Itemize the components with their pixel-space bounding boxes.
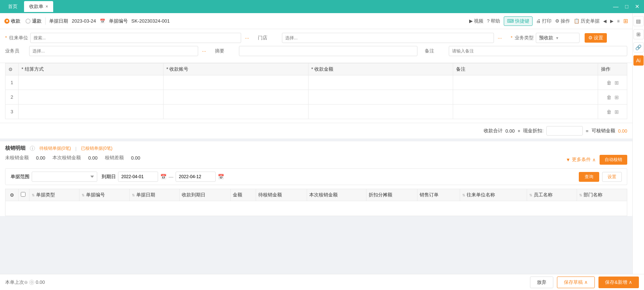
row2-settlement[interactable] bbox=[19, 90, 164, 105]
operation-btn[interactable]: ⚙ 操作 bbox=[555, 18, 570, 24]
staff-more-icon[interactable]: ··· bbox=[200, 48, 208, 54]
row2-note-input[interactable] bbox=[453, 90, 598, 104]
more-conditions-btn[interactable]: ▼ 更多条件 ∧ bbox=[566, 156, 596, 163]
discard-button[interactable]: 放弃 bbox=[530, 277, 553, 288]
row3-note[interactable] bbox=[453, 105, 598, 119]
sidebar-ai-icon[interactable]: Ai bbox=[633, 55, 644, 66]
help-btn[interactable]: ? 帮助 bbox=[487, 18, 500, 24]
footer-info: 本单上次⊙ ⊙ 0.00 bbox=[5, 279, 45, 286]
btm-col-gear[interactable]: ⚙ bbox=[5, 189, 19, 201]
gear-icon[interactable]: ⚙ bbox=[8, 67, 13, 72]
print-label: 打印 bbox=[542, 18, 551, 24]
main-content: 收款 退款 单据日期 2023-03-24 📅 单据编号 SK-20230324… bbox=[0, 13, 632, 274]
query-button[interactable]: 查询 bbox=[579, 172, 599, 182]
row1-settlement-input[interactable] bbox=[19, 75, 163, 90]
history-btn[interactable]: 📋 历史单据 bbox=[574, 18, 600, 24]
toolbar: 收款 退款 单据日期 2023-03-24 📅 单据编号 SK-20230324… bbox=[0, 13, 632, 29]
btm-empty-row bbox=[5, 201, 627, 216]
row3-amount-input[interactable] bbox=[309, 105, 453, 119]
row1-delete-icon[interactable]: 🗑 bbox=[606, 80, 612, 86]
radio-receive[interactable]: 收款 bbox=[4, 18, 20, 24]
due-date-from-input[interactable] bbox=[118, 172, 158, 182]
row3-action: 🗑 ⊞ bbox=[598, 105, 627, 119]
settings-button[interactable]: ⚙ 设置 bbox=[585, 33, 607, 43]
row1-action-icons: 🗑 ⊞ bbox=[598, 80, 627, 86]
list-view-icon[interactable]: ≡ bbox=[617, 19, 620, 24]
row1-copy-icon[interactable]: ⊞ bbox=[614, 80, 619, 86]
row1-account[interactable] bbox=[163, 75, 308, 90]
save-new-button[interactable]: 保存&新增 ∧ bbox=[598, 277, 639, 288]
nav-next[interactable]: ▶ bbox=[610, 19, 613, 24]
row3-settlement-input[interactable] bbox=[19, 105, 163, 119]
sidebar-grid-icon[interactable]: ⊞ bbox=[633, 29, 644, 39]
row3-copy-icon[interactable]: ⊞ bbox=[614, 109, 619, 115]
grid-view-icon[interactable]: ⊞ bbox=[623, 17, 628, 24]
stat1-label: 未核销金额 bbox=[5, 154, 29, 161]
row2-delete-icon[interactable]: 🗑 bbox=[606, 94, 612, 100]
row3-settlement[interactable] bbox=[19, 105, 164, 119]
tab-home[interactable]: 首页 bbox=[3, 1, 23, 12]
tab-active[interactable]: 收款单 × bbox=[24, 1, 53, 12]
store-input[interactable] bbox=[282, 33, 494, 43]
window-maximize-button[interactable]: □ bbox=[624, 3, 630, 10]
partner-more-icon[interactable]: ··· bbox=[243, 35, 251, 41]
row2-note[interactable] bbox=[453, 90, 598, 105]
shortcut-btn[interactable]: ⌨ 快捷键 bbox=[504, 16, 533, 26]
range-select[interactable] bbox=[32, 172, 97, 182]
row3-amount[interactable] bbox=[308, 105, 453, 119]
btm-col-type: ⇅ 单据类型 bbox=[30, 189, 79, 201]
history-icon: 📋 bbox=[574, 18, 580, 24]
row2-copy-icon[interactable]: ⊞ bbox=[614, 94, 619, 100]
store-more-icon[interactable]: ··· bbox=[496, 35, 503, 41]
print-btn[interactable]: 🖨 打印 bbox=[536, 18, 551, 24]
col-gear-header[interactable]: ⚙ bbox=[5, 63, 19, 75]
partner-input[interactable] bbox=[30, 33, 242, 43]
radio-refund[interactable]: 退款 bbox=[25, 18, 42, 24]
row3-note-input[interactable] bbox=[453, 105, 598, 119]
row3-delete-icon[interactable]: 🗑 bbox=[606, 109, 612, 115]
select-all-checkbox[interactable] bbox=[21, 192, 25, 197]
date-to-calendar-icon[interactable]: 📅 bbox=[218, 174, 224, 180]
row1-note-input[interactable] bbox=[453, 75, 598, 90]
row1-amount-input[interactable] bbox=[309, 75, 453, 90]
row2-settlement-input[interactable] bbox=[19, 90, 163, 104]
staff-input[interactable] bbox=[29, 46, 198, 56]
query-dash: — bbox=[169, 174, 173, 180]
date-picker-icon[interactable]: 📅 bbox=[100, 19, 105, 24]
biz-type-select[interactable]: 预收款 ▼ bbox=[536, 33, 580, 43]
calc-discount-input[interactable] bbox=[546, 126, 583, 136]
row2-account[interactable] bbox=[163, 90, 308, 105]
row1-account-input[interactable] bbox=[164, 75, 308, 90]
btm-col-staff: ⇅ 员工名称 bbox=[527, 189, 577, 201]
row1-settlement[interactable] bbox=[19, 75, 164, 90]
btm-col-checkbox[interactable] bbox=[19, 189, 30, 201]
sidebar-link-icon[interactable]: 🔗 bbox=[633, 42, 644, 52]
nav-prev[interactable]: ◀ bbox=[603, 19, 606, 24]
row1-amount[interactable] bbox=[308, 75, 453, 90]
row3-account-input[interactable] bbox=[164, 105, 308, 119]
note-input[interactable] bbox=[449, 46, 627, 56]
row2-account-input[interactable] bbox=[164, 90, 308, 104]
window-close-button[interactable]: ✕ bbox=[633, 3, 641, 10]
query-setting-button[interactable]: 设置 bbox=[602, 172, 622, 182]
row2-amount-input[interactable] bbox=[309, 90, 453, 104]
window-minimize-button[interactable]: — bbox=[612, 3, 620, 10]
tab-close-icon[interactable]: × bbox=[46, 4, 48, 9]
row2-action: 🗑 ⊞ bbox=[598, 90, 627, 105]
due-date-to-input[interactable] bbox=[176, 172, 216, 182]
date-from-calendar-icon[interactable]: 📅 bbox=[160, 174, 166, 180]
row3-account[interactable] bbox=[163, 105, 308, 119]
verify-tab-pending[interactable]: 待核销单据(0笔) bbox=[39, 145, 71, 152]
video-btn[interactable]: ▶ 视频 bbox=[469, 18, 483, 24]
auto-verify-button[interactable]: 自动核销 bbox=[600, 155, 627, 165]
footer-info-icon[interactable]: ⊙ bbox=[29, 280, 34, 285]
save-draft-button[interactable]: 保存草稿 ∧ bbox=[557, 277, 595, 288]
verify-right: ▼ 更多条件 ∧ 自动核销 bbox=[566, 155, 627, 165]
summary-input[interactable] bbox=[239, 46, 417, 56]
row2-amount[interactable] bbox=[308, 90, 453, 105]
verify-info-icon[interactable]: i bbox=[30, 146, 35, 151]
verify-tab-done[interactable]: 已核销单据(0笔) bbox=[81, 145, 113, 152]
sidebar-table-icon[interactable]: ▤ bbox=[633, 16, 644, 26]
toolbar-divider-1 bbox=[45, 17, 46, 25]
row1-note[interactable] bbox=[453, 75, 598, 90]
